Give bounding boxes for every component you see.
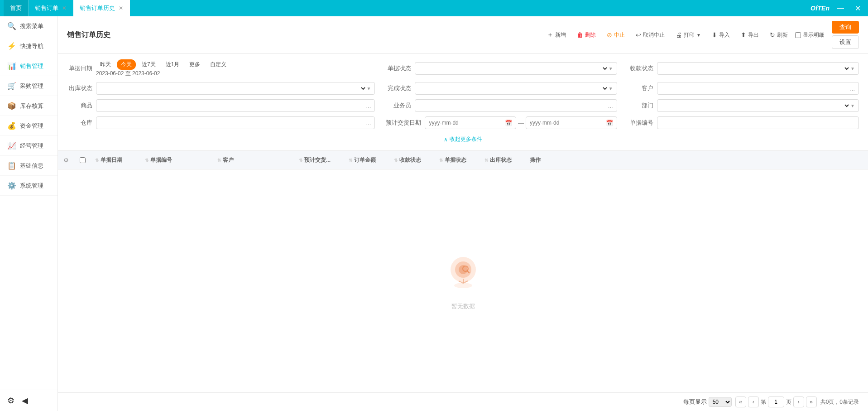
- receipt-status-control[interactable]: ▼: [657, 62, 859, 75]
- warehouse-control[interactable]: ...: [96, 116, 375, 129]
- add-button[interactable]: ＋ 新增: [543, 29, 570, 41]
- col-header-doc-date[interactable]: ⇅ 单据日期: [91, 153, 140, 168]
- receipt-status-arrow-icon: ▼: [850, 66, 855, 71]
- date-range-text: 2023-06-02 至 2023-06-02: [96, 70, 375, 77]
- window-minimize-btn[interactable]: —: [833, 2, 848, 14]
- date-tag-yesterday[interactable]: 昨天: [96, 59, 115, 70]
- cancel-stop-button[interactable]: ↩ 取消中止: [632, 29, 668, 41]
- display-detail-check[interactable]: 显示明细: [795, 31, 825, 39]
- tab-bar: 首页 销售订单 ✕ 销售订单历史 ✕: [4, 0, 130, 16]
- tab-sales-order[interactable]: 销售订单 ✕: [29, 0, 73, 16]
- col-header-delivery-label: 预计交货...: [304, 156, 331, 164]
- page-size-dropdown[interactable]: 10 20 50 100: [709, 397, 732, 407]
- goods-dots-icon[interactable]: ...: [366, 102, 371, 109]
- window-close-btn[interactable]: ✕: [851, 2, 864, 15]
- table-select-all-checkbox-cell[interactable]: [74, 151, 91, 169]
- delivery-date-to-control[interactable]: 📅: [526, 116, 617, 129]
- current-page-input[interactable]: [768, 396, 784, 407]
- sidebar-bottom: ⚙ ◀: [0, 390, 58, 411]
- next-page-btn[interactable]: ›: [793, 396, 804, 407]
- sidebar-item-search-menu[interactable]: 🔍 搜索菜单: [0, 16, 58, 36]
- dept-select[interactable]: [661, 102, 850, 109]
- salesman-control[interactable]: ...: [415, 99, 617, 112]
- delivery-date-from-control[interactable]: 📅: [425, 116, 516, 129]
- filter-out-status-item: 出库状态 ▼: [67, 82, 375, 95]
- delivery-date-from-input[interactable]: [429, 120, 505, 126]
- out-status-control[interactable]: ▼: [96, 82, 375, 95]
- customer-control[interactable]: ...: [657, 82, 859, 95]
- dept-control[interactable]: ▼: [657, 99, 859, 112]
- sys-mgmt-icon: ⚙️: [7, 181, 16, 190]
- customer-dots-icon[interactable]: ...: [850, 85, 855, 92]
- tab-home[interactable]: 首页: [4, 0, 29, 16]
- doc-status-control[interactable]: ▼: [415, 62, 617, 75]
- date-tag-7days[interactable]: 近7天: [138, 59, 160, 70]
- delivery-date-from-calendar-icon[interactable]: 📅: [505, 120, 512, 126]
- select-all-checkbox[interactable]: [80, 157, 86, 163]
- receipt-status-label: 收款状态: [628, 64, 653, 73]
- col-header-amount[interactable]: ⇅ 订单金额: [344, 153, 389, 168]
- tab-sales-order-close[interactable]: ✕: [62, 5, 67, 11]
- tab-sales-order-history[interactable]: 销售订单历史 ✕: [73, 0, 130, 16]
- sidebar-item-sys-mgmt[interactable]: ⚙️ 系统管理: [0, 176, 58, 196]
- warehouse-dots-icon[interactable]: ...: [366, 120, 371, 126]
- complete-status-select[interactable]: [419, 85, 608, 92]
- doc-no-input[interactable]: [661, 120, 855, 126]
- add-icon: ＋: [547, 31, 553, 39]
- date-tag-custom[interactable]: 自定义: [206, 59, 230, 70]
- tab-sales-order-history-close[interactable]: ✕: [119, 5, 123, 11]
- salesman-input[interactable]: [419, 102, 608, 109]
- delete-button[interactable]: 🗑 删除: [573, 29, 599, 41]
- sidebar-settings-icon[interactable]: ⚙: [7, 396, 14, 406]
- sidebar-item-sales-mgmt[interactable]: 📊 销售管理: [0, 56, 58, 76]
- doc-no-control[interactable]: [657, 116, 859, 129]
- complete-status-control[interactable]: ▼: [415, 82, 617, 95]
- sidebar-item-basic-info[interactable]: 📋 基础信息: [0, 156, 58, 176]
- col-header-receipt-status[interactable]: ⇅ 收款状态: [389, 153, 435, 168]
- col-header-amount-label: 订单金额: [354, 156, 376, 164]
- top-bar-right: OfTEn — ✕: [810, 2, 864, 15]
- sidebar-item-finance[interactable]: 💰 资金管理: [0, 116, 58, 136]
- goods-input[interactable]: [100, 102, 366, 109]
- sidebar-item-purchase-mgmt[interactable]: 🛒 采购管理: [0, 76, 58, 96]
- print-button[interactable]: 🖨 打印 ▼: [672, 29, 705, 41]
- sidebar-item-quick-nav[interactable]: ⚡ 快捷导航: [0, 36, 58, 56]
- col-header-doc-status-label: 单据状态: [445, 156, 466, 164]
- date-tag-1month[interactable]: 近1月: [162, 59, 184, 70]
- doc-status-select[interactable]: [419, 65, 608, 72]
- date-tag-more[interactable]: 更多: [185, 59, 204, 70]
- col-header-out-status[interactable]: ⇅ 出库状态: [480, 153, 525, 168]
- table-settings-icon[interactable]: ⚙: [58, 151, 74, 169]
- empty-illustration: [441, 251, 486, 297]
- stop-button[interactable]: ⊘ 中止: [603, 29, 628, 41]
- col-header-doc-no[interactable]: ⇅ 单据编号: [140, 153, 213, 168]
- warehouse-input[interactable]: [100, 120, 366, 126]
- last-page-btn[interactable]: »: [806, 396, 817, 407]
- delivery-date-to-input[interactable]: [530, 120, 606, 126]
- customer-input[interactable]: [661, 85, 850, 92]
- import-button[interactable]: ⬇ 导入: [708, 29, 734, 41]
- col-header-delivery-date[interactable]: ⇅ 预计交货...: [294, 153, 344, 168]
- sidebar-item-inventory[interactable]: 📦 库存核算: [0, 96, 58, 116]
- sidebar-collapse-icon[interactable]: ◀: [22, 396, 28, 406]
- pagination-bar: 每页显示 10 20 50 100 « ‹ 第 页 › » 共0页，0条记录: [58, 392, 868, 411]
- display-detail-checkbox[interactable]: [795, 32, 801, 38]
- sidebar-item-operations[interactable]: 📈 经营管理: [0, 136, 58, 156]
- salesman-dots-icon[interactable]: ...: [608, 102, 613, 109]
- export-button[interactable]: ⬆ 导出: [737, 29, 762, 41]
- first-page-btn[interactable]: «: [735, 396, 746, 407]
- setting-button[interactable]: 设置: [832, 35, 859, 49]
- collapse-button[interactable]: ∧ 收起更多条件: [67, 134, 859, 145]
- out-status-label: 出库状态: [67, 84, 92, 92]
- receipt-status-select[interactable]: [661, 65, 850, 72]
- query-button[interactable]: 查询: [832, 21, 859, 34]
- refresh-button[interactable]: ↻ 刷新: [766, 29, 791, 41]
- col-header-customer[interactable]: ⇅ 客户: [213, 153, 294, 168]
- goods-control[interactable]: ...: [96, 99, 375, 112]
- col-header-doc-status[interactable]: ⇅ 单据状态: [435, 153, 480, 168]
- out-status-select[interactable]: [100, 85, 367, 92]
- delivery-date-to-calendar-icon[interactable]: 📅: [606, 120, 613, 126]
- date-tag-today[interactable]: 今天: [117, 59, 136, 70]
- col-header-action-label: 操作: [530, 156, 541, 164]
- prev-page-btn[interactable]: ‹: [748, 396, 759, 407]
